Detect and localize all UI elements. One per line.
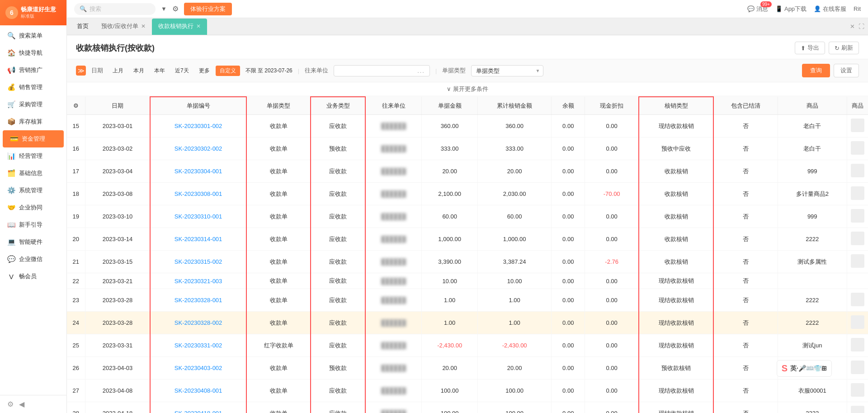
sidebar-item-finance[interactable]: 💳 资金管理 xyxy=(3,130,64,147)
settings-icon[interactable]: ⚙ xyxy=(7,400,14,408)
cell-party: ██████ xyxy=(365,228,422,251)
tab-prepay[interactable]: 预收/应收付单 ✕ xyxy=(95,19,152,35)
bill-no-link[interactable]: SK-20230408-001 xyxy=(175,387,222,394)
cell-cumulative: 1.00 xyxy=(477,289,551,312)
sidebar-item-search[interactable]: 🔍 搜索菜单 xyxy=(0,27,66,44)
sidebar-logo: 6 畅康道好生意 标准版 xyxy=(0,0,66,25)
bill-no-link[interactable]: SK-20230310-001 xyxy=(175,213,222,220)
bill-type-select[interactable]: 单据类型 xyxy=(471,65,543,76)
bill-no-link[interactable]: SK-20230321-003 xyxy=(175,278,222,285)
cell-cash-discount: 0.00 xyxy=(585,138,639,160)
bill-no-link[interactable]: SK-20230418-001 xyxy=(175,410,222,413)
online-service-button[interactable]: 👤 在线客服 xyxy=(814,5,846,13)
date-this-year-btn[interactable]: 本年 xyxy=(150,66,169,76)
table-row[interactable]: 18 2023-03-08 SK-20230308-001 收款单 应收款 ██… xyxy=(67,183,868,205)
party-input[interactable]: ... xyxy=(334,65,430,76)
cell-amount: 100.00 xyxy=(422,402,478,413)
cell-product: 999 xyxy=(778,160,847,183)
date-custom-btn[interactable]: 自定义 xyxy=(216,66,240,76)
cell-seq: 25 xyxy=(67,334,85,357)
user-avatar[interactable]: Rit xyxy=(854,5,861,12)
bill-no-link[interactable]: SK-20230403-002 xyxy=(175,365,222,371)
bill-no-link[interactable]: SK-20230331-002 xyxy=(175,342,222,349)
sidebar-item-base[interactable]: 🗂️ 基础信息 xyxy=(0,165,66,182)
date-prev-month-btn[interactable]: 上月 xyxy=(108,66,127,76)
cell-product-img xyxy=(847,183,868,205)
sidebar-item-member[interactable]: V 畅会员 xyxy=(0,268,66,285)
cell-cumulative: 100.00 xyxy=(477,380,551,402)
refresh-button[interactable]: ↻ 刷新 xyxy=(829,42,859,54)
table-row[interactable]: 23 2023-03-28 SK-20230328-001 收款单 应收款 ██… xyxy=(67,289,868,312)
sidebar-item-system[interactable]: ⚙️ 系统管理 xyxy=(0,182,66,199)
cell-date: 2023-03-02 xyxy=(85,138,150,160)
expand-more-conditions[interactable]: ∨ 展开更多条件 xyxy=(67,82,868,96)
cell-balance: 0.00 xyxy=(552,183,585,205)
sidebar-item-quick[interactable]: 🏠 快捷导航 xyxy=(0,44,66,62)
topbar-gear-icon[interactable]: ⚙ xyxy=(172,5,179,13)
table-row[interactable]: 22 2023-03-21 SK-20230321-003 收款单 应收款 ██… xyxy=(67,273,868,289)
sidebar-item-purchase[interactable]: 🛒 采购管理 xyxy=(0,96,66,113)
table-row[interactable]: 17 2023-03-04 SK-20230304-001 收款单 应收款 ██… xyxy=(67,160,868,183)
bill-type-select-wrap[interactable]: 单据类型 xyxy=(471,65,543,76)
sidebar-item-marketing[interactable]: 📢 营销推广 xyxy=(0,62,66,79)
col-settings[interactable]: ⚙ xyxy=(67,97,85,115)
messages-button[interactable]: 💬 消息 99+ xyxy=(747,5,768,13)
table-row[interactable]: 26 2023-04-03 SK-20230403-002 收款单 预收款 ██… xyxy=(67,357,868,380)
cell-product-img xyxy=(847,312,868,334)
bill-no-link[interactable]: SK-20230302-002 xyxy=(175,145,222,152)
date-7days-btn[interactable]: 近7天 xyxy=(171,66,193,76)
cell-party: ██████ xyxy=(365,115,422,138)
sidebar-item-operation[interactable]: 📊 经营管理 xyxy=(0,147,66,165)
table-row[interactable]: 15 2023-03-01 SK-20230301-002 收款单 应收款 ██… xyxy=(67,115,868,138)
tab-maximize-icon[interactable]: ⛶ xyxy=(859,23,864,30)
sidebar-item-guide[interactable]: 📖 新手引导 xyxy=(0,216,66,233)
table-row[interactable]: 21 2023-03-15 SK-20230315-002 收款单 应收款 ██… xyxy=(67,251,868,273)
table-row[interactable]: 25 2023-03-31 SK-20230331-002 红字收款单 应收款 … xyxy=(67,334,868,357)
bill-no-link[interactable]: SK-20230314-001 xyxy=(175,236,222,242)
tab-collection[interactable]: 收款核销执行 ✕ xyxy=(152,19,207,35)
cell-cancel-type: 现结收款核销 xyxy=(639,334,713,357)
table-row[interactable]: 20 2023-03-14 SK-20230314-001 收款单 应收款 ██… xyxy=(67,228,868,251)
cell-include-settled: 否 xyxy=(713,289,778,312)
tab-home[interactable]: 首页 xyxy=(71,19,95,35)
industry-solution-button[interactable]: 体验行业方案 xyxy=(184,3,232,15)
sidebar-item-inventory[interactable]: 📦 库存核算 xyxy=(0,113,66,130)
cell-cancel-type: 现结收款核销 xyxy=(639,312,713,334)
bill-no-link[interactable]: SK-20230304-001 xyxy=(175,168,222,175)
bill-no-link[interactable]: SK-20230315-002 xyxy=(175,258,222,265)
sidebar-nav: 🔍 搜索菜单 🏠 快捷导航 📢 营销推广 💰 销售管理 🛒 采购管理 📦 库存核… xyxy=(0,25,66,395)
filter-expand-button[interactable]: ≫ xyxy=(76,66,86,76)
app-download-button[interactable]: 📱 App下载 xyxy=(775,5,807,13)
party-browse-icon[interactable]: ... xyxy=(417,67,425,74)
topbar-dropdown[interactable]: ▼ xyxy=(161,5,167,12)
bill-no-link[interactable]: SK-20230301-002 xyxy=(175,123,222,129)
cell-cancel-type: 现结收款核销 xyxy=(639,380,713,402)
date-this-month-btn[interactable]: 本月 xyxy=(129,66,148,76)
table-row[interactable]: 19 2023-03-10 SK-20230310-001 收款单 应收款 ██… xyxy=(67,205,868,228)
query-button[interactable]: 查询 xyxy=(802,64,830,77)
topbar-search[interactable]: 🔍 搜索 xyxy=(74,3,156,15)
sidebar-item-hardware[interactable]: 💻 智能硬件 xyxy=(0,233,66,251)
setting-button[interactable]: 设置 xyxy=(834,64,859,77)
tab-prepay-close[interactable]: ✕ xyxy=(141,23,146,29)
sidebar-item-collab[interactable]: 🤝 企业协同 xyxy=(0,199,66,216)
sidebar-item-wechat[interactable]: 💬 企业微信 xyxy=(0,251,66,268)
table-row[interactable]: 24 2023-03-28 SK-20230328-002 收款单 应收款 ██… xyxy=(67,312,868,334)
table-row[interactable]: 28 2023-04-18 SK-20230418-001 收款单 应收款 ██… xyxy=(67,402,868,413)
bill-no-link[interactable]: SK-20230308-001 xyxy=(175,190,222,197)
table-row[interactable]: 27 2023-04-08 SK-20230408-001 收款单 应收款 ██… xyxy=(67,380,868,402)
collapse-icon[interactable]: ◀ xyxy=(19,400,24,408)
cell-product-img xyxy=(847,228,868,251)
export-button[interactable]: ⬆ 导出 xyxy=(795,42,825,54)
cell-bill-type: 收款单 xyxy=(246,289,311,312)
sidebar-item-sales[interactable]: 💰 销售管理 xyxy=(0,79,66,96)
bill-no-link[interactable]: SK-20230328-002 xyxy=(175,319,222,326)
tab-close-all-icon[interactable]: ✕ xyxy=(850,23,855,30)
tab-collection-close[interactable]: ✕ xyxy=(196,23,201,29)
cell-balance: 0.00 xyxy=(552,115,585,138)
party-input-field[interactable] xyxy=(339,67,415,74)
bill-no-link[interactable]: SK-20230328-001 xyxy=(175,297,222,304)
table-row[interactable]: 16 2023-03-02 SK-20230302-002 收款单 预收款 ██… xyxy=(67,138,868,160)
date-more-btn[interactable]: 更多 xyxy=(195,66,214,76)
cell-product-img xyxy=(847,380,868,402)
